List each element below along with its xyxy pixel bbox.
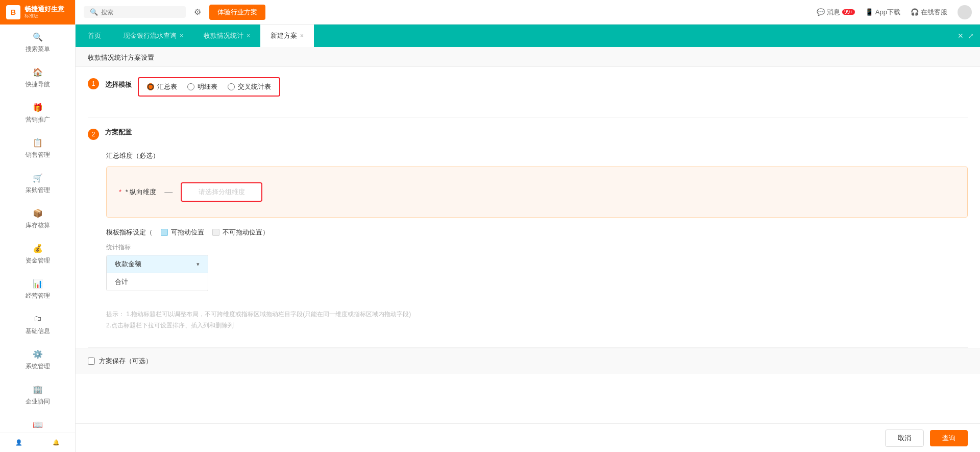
vertical-label-text: * 纵向维度 <box>126 188 157 196</box>
topbar-right: 💬 消息 99+ 📱 App下载 🎧 在线客服 <box>817 5 972 19</box>
sidebar-item-search[interactable]: 🔍 搜索菜单 <box>0 25 75 60</box>
sidebar-bottom-icon1: 👤 <box>15 439 22 446</box>
tip-line1: 提示： 1.拖动标题栏可以调整布局，不可跨维度或指标区域拖动栏目字段(只能在同一… <box>106 309 955 320</box>
step1-row: 1 选择模板 汇总表 明细表 <box>88 77 968 97</box>
step1-content: 选择模板 汇总表 明细表 <box>105 77 968 97</box>
message-item[interactable]: 💬 消息 99+ <box>817 8 855 17</box>
indicator-header-text: 收款金额 <box>115 259 141 269</box>
content-area: 收款情况统计方案设置 1 选择模板 汇总表 <box>76 47 980 423</box>
sidebar-item-operation[interactable]: 📊 经营管理 <box>0 271 75 306</box>
sidebar-item-marketing[interactable]: 🎁 营销推广 <box>0 95 75 130</box>
sidebar-item-inventory[interactable]: 📦 库存核算 <box>0 201 75 236</box>
indicator-header[interactable]: 收款金额 ▾ <box>107 255 208 273</box>
download-label: App下载 <box>875 8 900 17</box>
indicator-settings-title-part1: 模板指标设定（ <box>106 228 153 237</box>
dimension-select[interactable]: 请选择分组维度 <box>181 182 262 202</box>
breadcrumb: 收款情况统计方案设置 <box>88 54 154 61</box>
tab-new-plan[interactable]: 新建方案 × <box>260 25 314 47</box>
tab-receipt-stat-label: 收款情况统计 <box>204 31 243 40</box>
arrow-icon: — <box>164 187 173 197</box>
sidebar-bottom-left[interactable]: 👤 <box>0 437 38 448</box>
tabbar: 首页 现金银行流水查询 × 收款情况统计 × 新建方案 × ✕ ⤢ <box>76 25 980 47</box>
sidebar-item-purchase[interactable]: 🛒 采购管理 <box>0 165 75 201</box>
sidebar-item-guide[interactable]: 📖 新手引导 <box>0 412 75 433</box>
user-avatar[interactable] <box>958 5 972 19</box>
indicator-section: 模板指标设定（ 可拖动位置 不可拖动位置） 统计指标 <box>88 228 968 303</box>
service-item[interactable]: 🎧 在线客服 <box>911 8 947 17</box>
step2-num: 2 <box>88 129 99 140</box>
sidebar-nav: 🔍 搜索菜单 🏠 快捷导航 🎁 营销推广 📋 销售管理 🛒 采购管理 📦 库存核… <box>0 25 75 433</box>
sidebar-label-system: 系统管理 <box>26 362 50 371</box>
tab-bank-flow-close[interactable]: × <box>180 32 183 39</box>
tab-close-action[interactable]: ✕ <box>958 32 964 40</box>
sidebar-label-basic: 基础信息 <box>26 327 50 336</box>
chevron-down-icon[interactable]: ▾ <box>197 261 200 268</box>
sidebar-item-basic[interactable]: 🗂 基础信息 <box>0 306 75 342</box>
tab-new-plan-close[interactable]: × <box>300 32 304 39</box>
template-options: 汇总表 明细表 交叉统计表 <box>138 77 280 97</box>
sidebar-label-finance: 资金管理 <box>26 256 50 265</box>
sidebar-item-enterprise[interactable]: 🏢 企业协同 <box>0 377 75 412</box>
tips-section: 提示： 1.拖动标题栏可以调整布局，不可跨维度或指标区域拖动栏目字段(只能在同一… <box>88 303 968 337</box>
radio-detail-input[interactable] <box>187 83 194 90</box>
radio-detail[interactable]: 明细表 <box>187 82 217 91</box>
sidebar-item-quick-nav[interactable]: 🏠 快捷导航 <box>0 60 75 95</box>
basic-icon: 🗂 <box>32 313 44 325</box>
sidebar-logo: B 畅捷通好生意 标准版 <box>0 0 75 25</box>
gift-icon: 🎁 <box>32 101 44 113</box>
topbar: 🔍 ⚙ 体验行业方案 💬 消息 99+ 📱 App下载 🎧 在线客服 <box>76 0 980 25</box>
cancel-button[interactable]: 取消 <box>885 430 924 447</box>
sidebar-item-system[interactable]: ⚙️ 系统管理 <box>0 342 75 377</box>
logo-tag: 标准版 <box>24 13 64 19</box>
step2-row: 2 方案配置 <box>88 128 968 141</box>
indicator-table-area: 统计指标 收款金额 ▾ 合计 <box>106 243 955 293</box>
sidebar-bottom: 👤 🔔 <box>0 433 75 452</box>
system-icon: ⚙️ <box>32 348 44 360</box>
config-area: * * 纵向维度 — 请选择分组维度 <box>106 166 968 218</box>
tab-receipt-stat-close[interactable]: × <box>247 32 250 39</box>
inventory-icon: 📦 <box>32 207 44 219</box>
tab-maximize-action[interactable]: ⤢ <box>968 32 974 40</box>
radio-cross[interactable]: 交叉统计表 <box>228 82 271 91</box>
radio-summary-input[interactable] <box>147 83 154 90</box>
legend-non-draggable-label: 不可拖动位置） <box>223 228 269 237</box>
sidebar-bottom-right[interactable]: 🔔 <box>38 437 76 448</box>
query-button[interactable]: 查询 <box>930 430 968 446</box>
legend-draggable-item: 可拖动位置 <box>161 228 204 237</box>
sidebar-item-finance[interactable]: 💰 资金管理 <box>0 236 75 271</box>
bottom-bar: 取消 查询 <box>76 423 980 452</box>
download-item[interactable]: 📱 App下载 <box>865 8 900 17</box>
page-header: 收款情况统计方案设置 <box>76 47 980 67</box>
sidebar: B 畅捷通好生意 标准版 🔍 搜索菜单 🏠 快捷导航 🎁 营销推广 📋 销售管理… <box>0 0 76 452</box>
tab-receipt-stat[interactable]: 收款情况统计 × <box>193 25 260 47</box>
sidebar-label-purchase: 采购管理 <box>26 186 50 195</box>
indicator-row-text: 合计 <box>115 278 128 286</box>
sidebar-label-sales: 销售管理 <box>26 151 50 159</box>
tab-home-label: 首页 <box>88 31 101 40</box>
guide-icon: 📖 <box>32 418 44 431</box>
industry-plan-button[interactable]: 体验行业方案 <box>209 5 265 20</box>
sidebar-label-enterprise: 企业协同 <box>26 397 50 406</box>
vertical-label: * * 纵向维度 <box>117 187 156 197</box>
legend-non-draggable-box <box>212 229 219 236</box>
tabbar-right: ✕ ⤢ <box>958 32 980 40</box>
tab-home[interactable]: 首页 <box>76 25 113 47</box>
cart-icon: 🛒 <box>32 172 44 184</box>
radio-cross-label: 交叉统计表 <box>238 82 271 91</box>
service-icon: 🎧 <box>911 8 919 16</box>
save-checkbox[interactable] <box>88 358 95 365</box>
tab-bank-flow[interactable]: 现金银行流水查询 × <box>113 25 193 47</box>
logo-name: 畅捷通好生意 <box>24 5 64 13</box>
radio-cross-input[interactable] <box>228 83 235 90</box>
operation-icon: 📊 <box>32 277 44 290</box>
search-input[interactable] <box>101 9 173 16</box>
step1-section: 1 选择模板 汇总表 明细表 <box>76 67 980 117</box>
radio-summary[interactable]: 汇总表 <box>147 82 177 91</box>
radio-summary-label: 汇总表 <box>157 82 177 91</box>
settings-icon[interactable]: ⚙ <box>194 7 201 17</box>
sidebar-item-sales[interactable]: 📋 销售管理 <box>0 130 75 165</box>
dimension-placeholder: 请选择分组维度 <box>199 187 245 197</box>
finance-icon: 💰 <box>32 242 44 254</box>
search-box[interactable]: 🔍 <box>84 6 186 18</box>
dimension-title: 汇总维度（必选） <box>106 151 968 160</box>
